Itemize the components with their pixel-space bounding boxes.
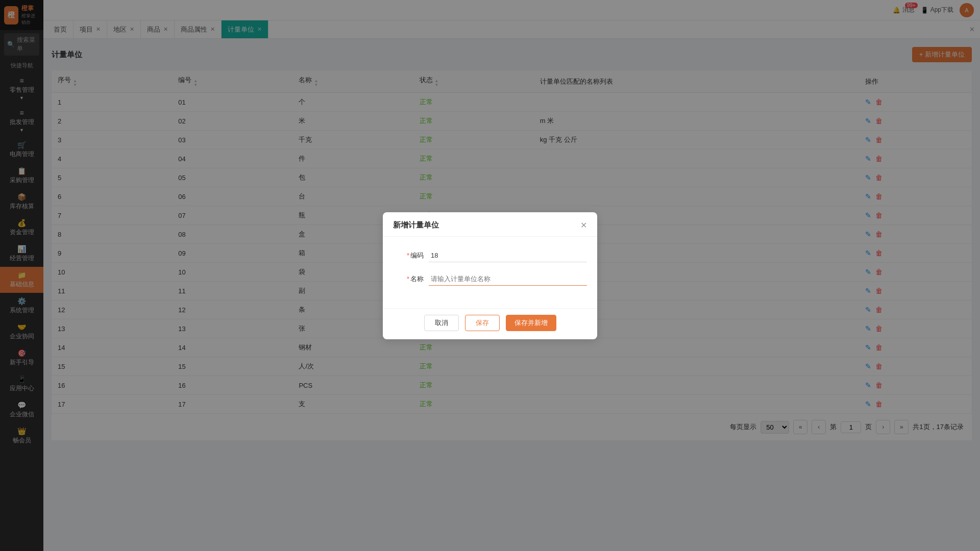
modal-overlay[interactable]: 新增计量单位 ✕ 编码 名称 取消 保存 保存并新增 bbox=[0, 0, 980, 551]
add-unit-modal: 新增计量单位 ✕ 编码 名称 取消 保存 保存并新增 bbox=[383, 212, 597, 339]
name-input[interactable] bbox=[429, 272, 587, 286]
modal-title: 新增计量单位 bbox=[393, 220, 439, 230]
form-row-name: 名称 bbox=[393, 272, 587, 286]
name-label: 名称 bbox=[393, 274, 424, 284]
form-row-code: 编码 bbox=[393, 249, 587, 262]
modal-footer: 取消 保存 保存并新增 bbox=[383, 308, 597, 339]
modal-body: 编码 名称 bbox=[383, 237, 597, 308]
save-button[interactable]: 保存 bbox=[465, 315, 500, 331]
code-input[interactable] bbox=[429, 249, 587, 262]
save-and-new-button[interactable]: 保存并新增 bbox=[506, 315, 556, 331]
code-label: 编码 bbox=[393, 251, 424, 260]
cancel-button[interactable]: 取消 bbox=[424, 315, 459, 331]
modal-header: 新增计量单位 ✕ bbox=[383, 212, 597, 237]
modal-close-button[interactable]: ✕ bbox=[580, 220, 587, 230]
